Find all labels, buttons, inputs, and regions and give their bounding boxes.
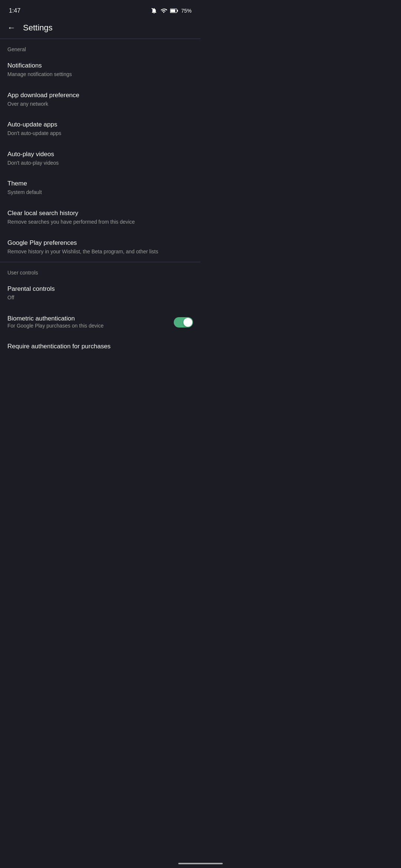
biometric-subtitle: For Google Play purchases on this device [7,322,104,330]
settings-item-app-download[interactable]: App download preference Over any network [0,85,200,115]
biometric-title: Biometric authentication [7,315,104,322]
battery-percent: 75% [181,8,192,14]
settings-item-google-play-prefs[interactable]: Google Play preferences Remove history i… [0,233,200,262]
settings-item-auto-play[interactable]: Auto-play videos Don't auto-play videos [0,144,200,174]
mute-icon [151,7,157,14]
google-play-prefs-subtitle: Remove history in your Wishlist, the Bet… [7,248,193,256]
theme-subtitle: System default [7,189,193,196]
app-download-title: App download preference [7,92,193,99]
google-play-prefs-title: Google Play preferences [7,239,193,247]
top-bar: ← Settings [0,19,200,39]
settings-item-biometric[interactable]: Biometric authentication For Google Play… [0,308,200,336]
parental-controls-title: Parental controls [7,285,193,293]
section-label-general: General [0,39,200,55]
theme-title: Theme [7,180,193,187]
settings-item-parental-controls[interactable]: Parental controls Off [0,279,200,308]
wifi-icon [160,7,167,14]
biometric-toggle-container [174,317,193,328]
settings-item-require-auth[interactable]: Require authentication for purchases [0,336,200,357]
status-icons: 75% [151,7,192,14]
auto-play-title: Auto-play videos [7,151,193,158]
battery-icon [170,8,178,13]
status-bar: 1:47 75% [0,0,200,19]
toggle-knob [183,318,192,327]
clear-history-title: Clear local search history [7,210,193,217]
status-time: 1:47 [9,7,20,14]
settings-item-notifications[interactable]: Notifications Manage notification settin… [0,55,200,85]
settings-item-theme[interactable]: Theme System default [0,173,200,203]
biometric-toggle[interactable] [174,317,193,328]
app-download-subtitle: Over any network [7,101,193,108]
settings-item-clear-history[interactable]: Clear local search history Remove search… [0,203,200,233]
svg-rect-1 [170,9,175,12]
biometric-row: Biometric authentication For Google Play… [7,315,193,330]
auto-update-subtitle: Don't auto-update apps [7,130,193,137]
page-title: Settings [23,23,53,33]
auto-play-subtitle: Don't auto-play videos [7,160,193,167]
biometric-text: Biometric authentication For Google Play… [7,315,104,330]
require-auth-title: Require authentication for purchases [7,343,193,350]
settings-item-auto-update[interactable]: Auto-update apps Don't auto-update apps [0,114,200,144]
clear-history-subtitle: Remove searches you have performed from … [7,218,193,226]
auto-update-title: Auto-update apps [7,121,193,128]
section-label-user-controls: User controls [0,262,200,279]
notifications-title: Notifications [7,62,193,69]
section-general: General Notifications Manage notificatio… [0,39,200,262]
parental-controls-subtitle: Off [7,294,193,302]
notifications-subtitle: Manage notification settings [7,71,193,78]
section-user-controls: User controls Parental controls Off Biom… [0,262,200,357]
svg-rect-2 [177,10,178,11]
back-button[interactable]: ← [7,23,16,33]
